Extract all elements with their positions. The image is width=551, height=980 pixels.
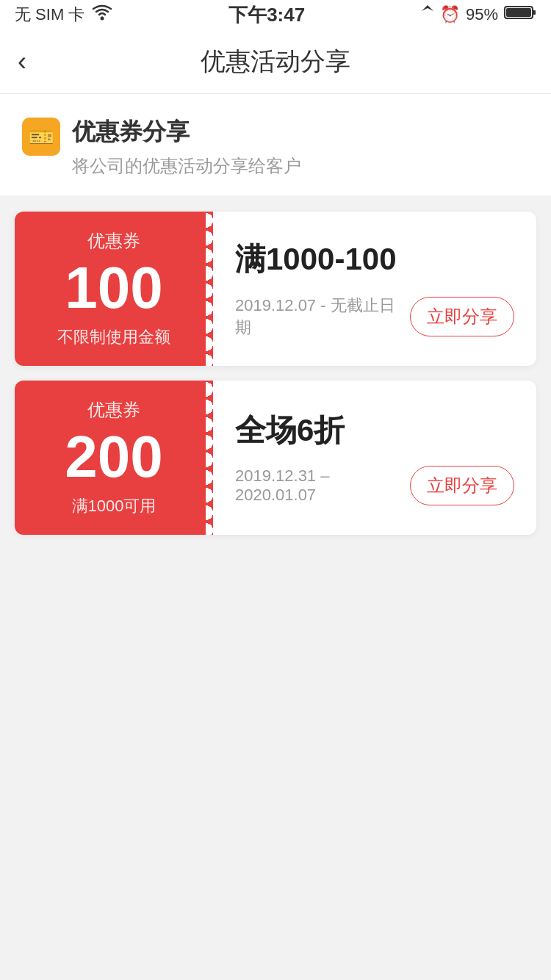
section-header: 🎫 优惠券分享 将公司的优惠活动分享给客户 bbox=[0, 94, 551, 195]
svg-rect-2 bbox=[533, 10, 536, 15]
coupon-right-2: 全场6折 2019.12.31 – 2020.01.07 立即分享 bbox=[213, 381, 536, 535]
coupon-type-2: 优惠券 bbox=[87, 398, 140, 422]
battery-percentage: 95% bbox=[466, 5, 498, 24]
coupon-left-2: 优惠券 200 满1000可用 bbox=[15, 381, 213, 535]
coupon-meta-2: 2019.12.31 – 2020.01.07 立即分享 bbox=[235, 466, 514, 505]
bottom-space bbox=[0, 550, 551, 980]
section-text: 优惠券分享 将公司的优惠活动分享给客户 bbox=[72, 116, 301, 178]
location-icon bbox=[421, 4, 434, 25]
coupon-condition-1: 不限制使用金额 bbox=[57, 326, 170, 348]
section-subtitle: 将公司的优惠活动分享给客户 bbox=[72, 154, 301, 178]
coupon-condition-2: 满1000可用 bbox=[72, 495, 156, 517]
back-button[interactable]: ‹ bbox=[18, 46, 26, 77]
section-title: 优惠券分享 bbox=[72, 116, 301, 148]
battery-icon bbox=[504, 4, 536, 25]
time-display: 下午3:47 bbox=[228, 2, 305, 28]
svg-rect-3 bbox=[506, 8, 531, 17]
coupon-date-2: 2019.12.31 – 2020.01.07 bbox=[235, 466, 403, 505]
svg-point-0 bbox=[101, 17, 104, 21]
coupon-amount-1: 100 bbox=[65, 259, 162, 317]
section-icon: 🎫 bbox=[22, 118, 60, 156]
alarm-icon: ⏰ bbox=[440, 5, 460, 24]
wifi-icon bbox=[92, 4, 112, 25]
coupon-left-1: 优惠券 100 不限制使用金额 bbox=[15, 212, 213, 366]
coupon-card-2: 优惠券 200 满1000可用 全场6折 2019.12.31 – 2020.0… bbox=[15, 381, 536, 535]
coupon-share-btn-1[interactable]: 立即分享 bbox=[410, 297, 514, 336]
coupon-amount-2: 200 bbox=[65, 428, 162, 486]
coupon-meta-1: 2019.12.07 - 无截止日期 立即分享 bbox=[235, 295, 514, 339]
status-bar: 无 SIM 卡 下午3:47 ⏰ 95% bbox=[0, 0, 551, 29]
coupon-share-btn-2[interactable]: 立即分享 bbox=[410, 466, 514, 505]
carrier-text: 无 SIM 卡 bbox=[15, 4, 84, 26]
coupon-right-1: 满1000-100 2019.12.07 - 无截止日期 立即分享 bbox=[213, 212, 536, 366]
coupon-date-1: 2019.12.07 - 无截止日期 bbox=[235, 295, 403, 339]
status-right: ⏰ 95% bbox=[421, 4, 536, 25]
coupon-icon: 🎫 bbox=[29, 125, 54, 149]
nav-bar: ‹ 优惠活动分享 bbox=[0, 29, 551, 94]
coupon-card-1: 优惠券 100 不限制使用金额 满1000-100 2019.12.07 - 无… bbox=[15, 212, 536, 366]
status-left: 无 SIM 卡 bbox=[15, 4, 112, 26]
coupon-name-2: 全场6折 bbox=[235, 410, 514, 451]
nav-title: 优惠活动分享 bbox=[201, 45, 350, 79]
coupon-list: 优惠券 100 不限制使用金额 满1000-100 2019.12.07 - 无… bbox=[0, 197, 551, 550]
coupon-type-1: 优惠券 bbox=[87, 229, 140, 253]
coupon-name-1: 满1000-100 bbox=[235, 239, 514, 280]
